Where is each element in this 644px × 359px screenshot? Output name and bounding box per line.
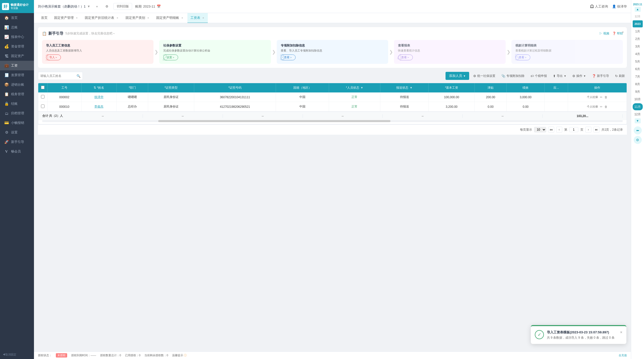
tab-salary[interactable]: 工资表 × [187, 13, 208, 23]
edit-icon[interactable]: ✏ [600, 95, 602, 99]
personal-insurance-link[interactable]: 个人社保 [587, 95, 598, 99]
operations-button[interactable]: ⚙ 操作 ▼ [570, 73, 588, 79]
next-page-button[interactable]: › [585, 127, 591, 133]
tab-fixed-dep[interactable]: 固定资产折旧统计表 × [82, 13, 122, 23]
calendar-month-6[interactable]: 6月 [633, 66, 643, 73]
col-status[interactable]: *人员状态 ▼ [329, 83, 380, 92]
guide-subtitle: 5步快速完成设置，快去完善信息吧～ [65, 31, 115, 36]
first-page-button[interactable]: ⏮ [548, 127, 554, 133]
sidebar-item-reports[interactable]: 📈 报表中心 [0, 32, 34, 42]
tab-close-icon[interactable]: × [181, 16, 184, 20]
name-cell[interactable]: 李俊杰 [81, 102, 116, 112]
settings-button[interactable]: ⚙ [103, 3, 110, 10]
sidebar-item-vip[interactable]: V 畅会员 [0, 147, 34, 156]
sidebar-item-tax[interactable]: 📋 税务管理 [0, 89, 34, 99]
calendar-up-button[interactable]: ▲ [635, 7, 641, 12]
name-cell[interactable]: 徐泽华 [81, 92, 116, 102]
calendar-icon[interactable]: 📅 [157, 5, 161, 8]
arrow-3-4: ❯ [388, 49, 394, 55]
arrow-4-5: ❯ [506, 49, 511, 55]
user-menu[interactable]: 👤 徐泽华 [612, 4, 627, 9]
sidebar-item-expense[interactable]: 💳 小畅报销 [0, 118, 34, 128]
ai-consult-button[interactable]: 🎧 人工咨询 [590, 4, 608, 9]
sidebar-item-guide[interactable]: 🚀 新手引导 [0, 137, 34, 147]
warning-icon: ⓘ [184, 354, 187, 357]
page-input[interactable] [569, 127, 578, 132]
calendar-month-9[interactable]: 9月 [633, 88, 643, 95]
calendar-year-label[interactable]: 2023 [633, 20, 643, 27]
col-name[interactable]: ⇅ *姓名 [81, 83, 116, 92]
calendar-month-8[interactable]: 8月 [633, 81, 643, 88]
help-link[interactable]: ❓ 帮助 [612, 31, 623, 36]
report-status-cell: 待报送 [380, 102, 429, 112]
tab-fixed-cat[interactable]: 固定资产类别 × [123, 13, 153, 23]
tax-report-button[interactable]: 🏷 个税申报 [529, 73, 549, 79]
nationality-cell: 中国 [276, 102, 329, 112]
calendar-month-3[interactable]: 3月 [633, 43, 643, 50]
employee-name-link[interactable]: 徐泽华 [94, 95, 103, 99]
tab-fixed-assets[interactable]: 固定资产管理 × [51, 13, 81, 23]
sidebar-item-inventory[interactable]: 📦 进销台账 [0, 80, 34, 89]
sidebar-item-fixed-assets[interactable]: 🏗 固定资产 [0, 51, 34, 61]
prev-page-button[interactable]: ‹ [556, 127, 562, 133]
delete-icon[interactable]: 🗑 [605, 105, 608, 109]
sidebar-item-archive[interactable]: 🗂 归档管理 [0, 109, 34, 118]
calendar-month-4[interactable]: 4月 [633, 50, 643, 58]
video-link[interactable]: ▷ 视频 [599, 31, 609, 36]
calendar-month-11[interactable]: 11月 [633, 103, 643, 110]
special-deduct-button[interactable]: 📎 专项附加扣除 [499, 73, 527, 79]
sidebar-item-closing[interactable]: 🔒 结账 [0, 99, 34, 109]
sidebar-item-invoicing[interactable]: 🧾 发票管理 [0, 70, 34, 80]
calendar-month-1[interactable]: 1月 [633, 28, 643, 35]
add-account-button[interactable]: ＋ [93, 3, 100, 10]
row-checkbox[interactable] [41, 105, 45, 108]
tab-close-icon[interactable]: × [202, 16, 205, 20]
account-dropdown-icon[interactable]: ▼ [87, 5, 90, 8]
sidebar-item-settings[interactable]: ⚙ 设置 [0, 128, 34, 137]
add-person-button[interactable]: 添加人员 ▼ [446, 72, 469, 80]
social-insurance-button[interactable]: ⚙ 统一社保设置 [471, 73, 497, 79]
calendar-month-5[interactable]: 5月 [633, 58, 643, 65]
tab-close-icon[interactable]: × [75, 16, 78, 20]
refresh-button[interactable]: ↻ 刷新 [613, 73, 627, 79]
search-icon[interactable]: 🔍 [76, 74, 80, 78]
delete-icon[interactable]: 🗑 [605, 95, 608, 99]
sidebar-item-home[interactable]: 🏠 首页 [0, 13, 34, 23]
page-size-select[interactable]: 10 20 50 [534, 127, 546, 132]
search-input[interactable] [40, 74, 75, 78]
calendar-action-button[interactable]: ⚙ [634, 136, 642, 144]
dept-cell: 总经办 [116, 102, 148, 112]
tab-close-icon[interactable]: × [116, 16, 119, 20]
edit-icon[interactable]: ✏ [600, 105, 602, 109]
calendar-month-7[interactable]: 7月 [633, 73, 643, 80]
tab-home[interactable]: 首页 [38, 13, 51, 23]
row-checkbox[interactable] [41, 95, 45, 98]
sidebar-item-salary[interactable]: 💼 工资 [0, 61, 34, 70]
personal-insurance-link[interactable]: 个人社保 [587, 105, 598, 109]
last-page-button[interactable]: ⏭ [593, 127, 599, 133]
col-checkbox [38, 83, 47, 92]
calendar-month-10[interactable]: 10月 [633, 96, 643, 103]
notification-close-button[interactable]: × [620, 330, 622, 335]
period-selector[interactable]: 账期 2023-11 📅 [135, 4, 161, 9]
calendar-month-12[interactable]: 12月 [633, 111, 643, 118]
tab-fixed-detail[interactable]: 固定资产明细账 × [153, 13, 187, 23]
sidebar-item-ledger[interactable]: 📊 总账 [0, 23, 34, 32]
guide-close-button[interactable]: × [622, 30, 624, 34]
calendar-down-button[interactable]: ▼ [635, 118, 641, 123]
switch-version-button[interactable]: 切到旧版 [113, 3, 132, 10]
employee-name-link[interactable]: 李俊杰 [94, 105, 103, 108]
export-button[interactable]: ⬆ 导出 ▼ [551, 73, 568, 79]
sidebar-item-funds[interactable]: 💰 资金管理 [0, 42, 34, 51]
unpin-button[interactable]: ◀取消固定 [0, 350, 34, 359]
account-selector[interactable]: 刘小艳演示账套（勿删勿动！）1 ▼ [38, 4, 90, 9]
social-icon: ⚙ [473, 74, 476, 78]
recharge-link[interactable]: 去充值 [619, 353, 627, 357]
col-report-status[interactable]: 报送状态 ▼ [380, 83, 429, 92]
guide-button[interactable]: ❓ 新手引导 [590, 73, 611, 79]
calendar-expand-button[interactable]: ⬅ [634, 126, 642, 134]
calendar-month-dec-prev[interactable]: 12月 [633, 13, 643, 20]
tab-close-icon[interactable]: × [147, 16, 150, 20]
select-all-checkbox[interactable] [41, 86, 45, 89]
calendar-month-2[interactable]: 2月 [633, 35, 643, 42]
